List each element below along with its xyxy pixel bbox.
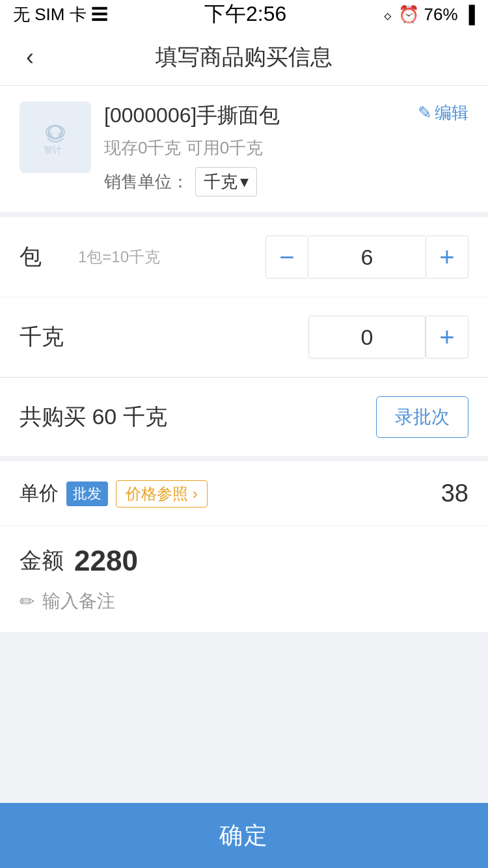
status-right: ⬦ ⏰ 76% ▐ [383,5,475,25]
battery-percent: 76% [424,5,458,25]
increment-button-kg[interactable]: + [426,316,468,359]
quantity-section: 包 1包=10千克 − + 千克 + [0,217,488,378]
svg-text:智计: 智计 [44,144,62,155]
unit-dropdown[interactable]: 千克 ▾ [195,167,257,197]
content-area: 智计 [0000006]手撕面包 ✎ 编辑 现存0千克 可用0千克 销售单位： … [0,86,488,803]
decrement-button-bao[interactable]: − [265,236,308,278]
product-info: [0000006]手撕面包 ✎ 编辑 现存0千克 可用0千克 销售单位： 千克 … [104,102,468,197]
dropdown-arrow-icon: ▾ [240,172,249,192]
spacer [0,632,488,803]
status-left: 无 SIM 卡 ☰ [13,3,108,26]
product-header-row: [0000006]手撕面包 ✎ 编辑 [104,102,468,137]
product-name: [0000006]手撕面包 [104,102,280,130]
status-time: 下午2:56 [204,0,286,29]
note-row[interactable]: ✏ 输入备注 [20,589,468,614]
price-section: 单价 批发 价格参照 › 38 [0,461,488,526]
edit-label: 编辑 [435,102,468,124]
note-icon: ✏ [20,591,34,612]
edit-button[interactable]: ✎ 编辑 [418,102,468,124]
note-placeholder: 输入备注 [42,589,115,614]
amount-value: 2280 [74,545,138,577]
quantity-hint-bao: 1包=10千克 [78,247,265,267]
price-value: 38 [441,480,468,508]
unit-value: 千克 [204,170,237,193]
price-label: 单价 [20,480,59,507]
amount-label: 金额 [20,546,64,576]
batch-button[interactable]: 录批次 [376,396,468,438]
price-reference-button[interactable]: 价格参照 › [116,480,208,508]
battery-icon: ⬦ ⏰ [383,5,418,25]
quantity-label-bao: 包 [20,242,72,272]
product-placeholder-icon: 智计 [36,118,75,157]
nav-bar: ‹ 填写商品购买信息 [0,29,488,86]
quantity-input-bao[interactable] [308,236,426,278]
increment-button-bao[interactable]: + [426,236,468,278]
product-image: 智计 [20,102,91,173]
quantity-control-kg: + [308,316,468,359]
page-title: 填写商品购买信息 [156,42,332,72]
amount-section: 金额 2280 ✏ 输入备注 [0,526,488,632]
product-stock: 现存0千克 可用0千克 [104,137,468,159]
price-left: 单价 批发 价格参照 › [20,480,208,508]
product-card: 智计 [0000006]手撕面包 ✎ 编辑 现存0千克 可用0千克 销售单位： … [0,86,488,217]
quantity-label-kg: 千克 [20,322,72,352]
amount-row: 金额 2280 [20,545,468,577]
back-button[interactable]: ‹ [20,37,40,77]
total-section: 共购买 60 千克 录批次 [0,378,488,461]
quantity-row-bao: 包 1包=10千克 − + [0,217,488,297]
total-text: 共购买 60 千克 [20,402,167,432]
edit-icon: ✎ [418,103,432,123]
unit-label: 销售单位： [104,170,189,193]
quantity-input-kg[interactable] [308,316,426,359]
price-tag-badge: 批发 [66,481,108,506]
product-unit-row: 销售单位： 千克 ▾ [104,167,468,197]
quantity-row-kg: 千克 + [0,297,488,377]
quantity-control-bao: − + [265,236,468,278]
status-bar: 无 SIM 卡 ☰ 下午2:56 ⬦ ⏰ 76% ▐ [0,0,488,29]
battery-bar: ▐ [463,5,475,25]
confirm-button[interactable]: 确定 [0,803,488,868]
